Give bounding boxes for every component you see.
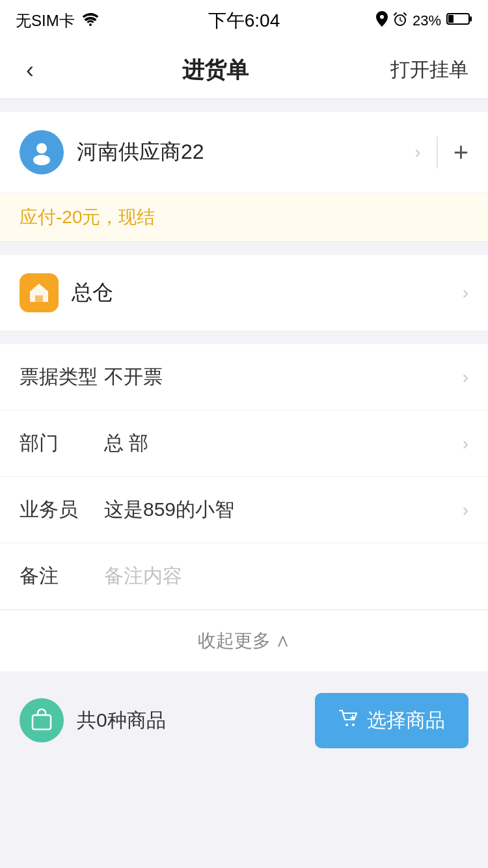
separator-4 xyxy=(0,671,488,685)
battery-icon xyxy=(446,12,472,29)
product-icon xyxy=(20,698,64,742)
status-time: 下午6:04 xyxy=(208,8,280,33)
warehouse-row[interactable]: 总仓 › xyxy=(0,255,488,331)
invoice-value: 不开票 xyxy=(104,364,456,390)
supplier-name: 河南供应商22 xyxy=(77,138,408,167)
collapse-text: 收起更多 ∧ xyxy=(198,629,291,653)
supplier-chevron-icon: › xyxy=(414,142,420,163)
salesman-row[interactable]: 业务员 这是859的小智 › xyxy=(0,477,488,543)
separator-1 xyxy=(0,99,488,112)
separator-3 xyxy=(0,331,488,344)
product-count: 共0种商品 xyxy=(77,707,302,734)
separator-2 xyxy=(0,242,488,255)
divider xyxy=(437,136,438,169)
open-pending-button[interactable]: 打开挂单 xyxy=(390,57,468,83)
warehouse-icon xyxy=(20,273,59,312)
form-section: 票据类型 不开票 › 部门 总 部 › 业务员 这是859的小智 › 备注 备注… xyxy=(0,344,488,671)
warehouse-chevron-icon: › xyxy=(463,282,468,303)
status-bar: 无SIM卡 下午6:04 23% xyxy=(0,0,488,42)
svg-point-9 xyxy=(346,724,348,726)
invoice-label: 票据类型 xyxy=(20,364,104,390)
svg-rect-7 xyxy=(35,295,43,302)
salesman-value: 这是859的小智 xyxy=(104,496,456,523)
remark-label: 备注 xyxy=(20,563,104,590)
warehouse-name: 总仓 xyxy=(72,278,456,307)
department-chevron-icon: › xyxy=(463,433,468,454)
svg-rect-3 xyxy=(470,16,472,21)
battery-text: 23% xyxy=(413,12,441,29)
location-icon xyxy=(376,11,388,31)
back-button[interactable]: ‹ xyxy=(20,50,40,90)
warehouse-section: 总仓 › xyxy=(0,255,488,331)
select-product-label: 选择商品 xyxy=(367,707,445,734)
remark-row[interactable]: 备注 备注内容 xyxy=(0,543,488,610)
svg-rect-8 xyxy=(33,715,51,729)
svg-point-10 xyxy=(352,724,355,726)
wifi-icon xyxy=(81,12,100,30)
gray-background xyxy=(0,756,488,868)
svg-rect-2 xyxy=(448,15,454,23)
alarm-icon xyxy=(393,12,407,30)
add-button[interactable]: + xyxy=(454,138,468,167)
supplier-section: 河南供应商22 › + 应付-20元，现结 xyxy=(0,112,488,242)
svg-point-4 xyxy=(36,143,47,154)
svg-point-5 xyxy=(33,155,50,165)
signal-text: 无SIM卡 xyxy=(16,10,75,31)
supplier-row[interactable]: 河南供应商22 › + xyxy=(0,112,488,193)
balance-notice: 应付-20元，现结 xyxy=(0,193,488,242)
balance-text: 应付-20元，现结 xyxy=(20,207,155,227)
salesman-chevron-icon: › xyxy=(463,500,468,521)
page-title: 进货单 xyxy=(182,55,249,85)
salesman-label: 业务员 xyxy=(20,496,104,523)
invoice-row[interactable]: 票据类型 不开票 › xyxy=(0,344,488,411)
cart-icon xyxy=(338,709,359,732)
invoice-chevron-icon: › xyxy=(463,367,468,388)
bottom-bar: 共0种商品 选择商品 xyxy=(0,685,488,756)
collapse-row[interactable]: 收起更多 ∧ xyxy=(0,610,488,671)
nav-bar: ‹ 进货单 打开挂单 xyxy=(0,42,488,99)
department-label: 部门 xyxy=(20,430,104,457)
supplier-avatar xyxy=(20,130,64,174)
department-row[interactable]: 部门 总 部 › xyxy=(0,411,488,477)
remark-input[interactable]: 备注内容 xyxy=(104,563,468,590)
department-value: 总 部 xyxy=(104,430,456,457)
select-product-button[interactable]: 选择商品 xyxy=(315,693,468,748)
